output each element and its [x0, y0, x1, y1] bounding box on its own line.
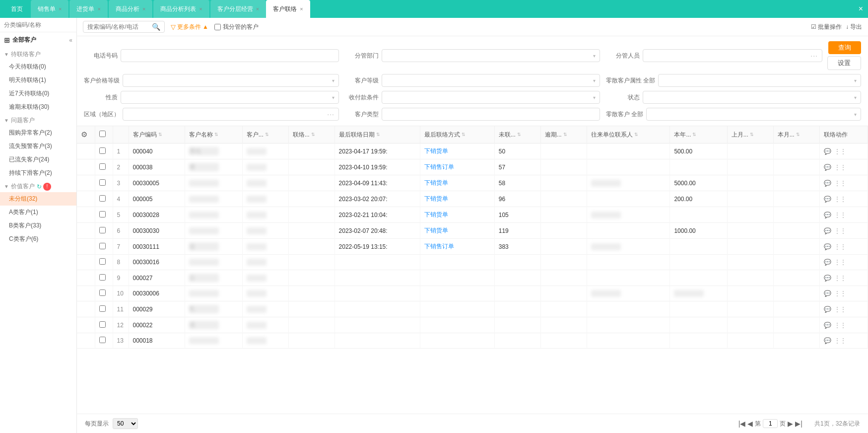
- sidebar-item-declining[interactable]: 持续下滑客户(2): [0, 166, 76, 180]
- contact-action-icon[interactable]: 💬: [824, 337, 831, 344]
- more-action-icon[interactable]: ⋮⋮: [834, 243, 846, 250]
- tab-customer-contact[interactable]: 客户联络 ×: [266, 0, 310, 18]
- row-checkbox[interactable]: [99, 321, 106, 328]
- sidebar-item-7days[interactable]: 近7天待联络(0): [0, 87, 76, 100]
- filter-scatter-customer-input[interactable]: ▾: [646, 108, 861, 121]
- more-action-icon[interactable]: ⋮⋮: [834, 322, 846, 329]
- col-this-year[interactable]: 本年... ⇅: [670, 126, 727, 144]
- contact-action-icon[interactable]: 💬: [824, 275, 831, 282]
- page-first-icon[interactable]: |◀: [738, 420, 746, 428]
- more-action-icon[interactable]: ⋮⋮: [834, 337, 846, 344]
- sort-icon-way[interactable]: ⇅: [462, 132, 466, 137]
- sort-icon-overdue[interactable]: ⇅: [563, 132, 567, 137]
- query-button[interactable]: 查询: [828, 41, 861, 54]
- sidebar-item-type-a[interactable]: A类客户(1): [0, 206, 76, 219]
- contact-action-icon[interactable]: 💬: [824, 164, 831, 171]
- row-checkbox[interactable]: [99, 147, 106, 154]
- export-button[interactable]: ↓ 导出: [846, 23, 862, 31]
- refresh-icon[interactable]: ↻: [37, 183, 42, 190]
- contact-action-icon[interactable]: 💬: [824, 196, 831, 203]
- filter-region-input[interactable]: ···: [123, 108, 339, 121]
- tab-customer-contact-close[interactable]: ×: [300, 6, 303, 12]
- page-number-input[interactable]: [763, 419, 778, 428]
- contact-action-icon[interactable]: 💬: [824, 259, 831, 266]
- sort-icon-code[interactable]: ⇅: [158, 132, 162, 137]
- close-all-button[interactable]: ×: [859, 4, 863, 13]
- col-intercompany[interactable]: 往来单位联系人 ⇅: [587, 126, 670, 144]
- more-action-icon[interactable]: ⋮⋮: [834, 259, 846, 266]
- contact-action-icon[interactable]: 💬: [824, 290, 831, 297]
- page-last-icon[interactable]: ▶|: [795, 420, 802, 428]
- sort-icon-thisyear[interactable]: ⇅: [692, 132, 696, 137]
- page-next-icon[interactable]: ▶: [788, 420, 793, 428]
- filter-payment-input[interactable]: ▾: [382, 91, 600, 104]
- more-action-icon[interactable]: ⋮⋮: [834, 164, 846, 171]
- col-last-contact-date[interactable]: 最后联络日期 ⇅: [334, 126, 420, 144]
- tab-purchase[interactable]: 进货单 ×: [69, 0, 107, 18]
- sidebar-item-ungrouped[interactable]: 未分组(32): [0, 192, 76, 206]
- page-prev-icon[interactable]: ◀: [747, 420, 753, 428]
- row-checkbox[interactable]: [99, 243, 106, 249]
- settings-icon[interactable]: ⚙: [81, 130, 87, 139]
- my-customers-checkbox[interactable]: 我分管的客户: [214, 23, 259, 31]
- col-settings[interactable]: ⚙: [77, 126, 95, 144]
- sort-icon-intercompany[interactable]: ⇅: [634, 132, 638, 137]
- sidebar-all-customers[interactable]: ⊞ 全部客户 «: [0, 32, 76, 48]
- filter-search-icon[interactable]: 🔍: [152, 23, 160, 31]
- row-checkbox[interactable]: [99, 305, 106, 312]
- row-checkbox[interactable]: [99, 337, 106, 343]
- col-last-month[interactable]: 上月... ⇅: [727, 126, 773, 144]
- col-uncontacted[interactable]: 未联... ⇅: [494, 126, 540, 144]
- filter-status-input[interactable]: ▾: [643, 91, 861, 104]
- tab-goods-analysis[interactable]: 商品分析 ×: [109, 0, 152, 18]
- sidebar-search-input[interactable]: [4, 21, 77, 28]
- select-all-checkbox[interactable]: [99, 131, 106, 137]
- col-type[interactable]: 客户... ⇅: [242, 126, 288, 144]
- tab-sales-close[interactable]: ×: [59, 6, 62, 12]
- row-last-contact-way-link[interactable]: 下销售订单: [424, 163, 454, 170]
- filter-phone-input[interactable]: [121, 49, 339, 62]
- contact-action-icon[interactable]: 💬: [824, 322, 831, 329]
- contact-action-icon[interactable]: 💬: [824, 212, 831, 218]
- sort-icon-thismonth[interactable]: ⇅: [796, 132, 800, 137]
- sort-icon-type[interactable]: ⇅: [265, 132, 269, 137]
- reset-button[interactable]: 设置: [827, 56, 861, 70]
- sort-icon-uncontacted[interactable]: ⇅: [517, 132, 521, 137]
- more-action-icon[interactable]: ⋮⋮: [834, 275, 846, 282]
- filter-price-level-input[interactable]: ▾: [123, 74, 339, 87]
- sidebar-item-overdue[interactable]: 逾期未联络(30): [0, 100, 76, 114]
- row-checkbox[interactable]: [99, 195, 106, 202]
- row-last-contact-way-link[interactable]: 下销货单: [424, 195, 448, 202]
- filter-scatter-attr-input[interactable]: ▾: [658, 74, 861, 87]
- col-last-contact-way[interactable]: 最后联络方式 ⇅: [420, 126, 494, 144]
- more-action-icon[interactable]: ⋮⋮: [834, 212, 846, 218]
- more-action-icon[interactable]: ⋮⋮: [834, 196, 846, 203]
- tab-goods-analysis-list[interactable]: 商品分析列表 ×: [153, 0, 209, 18]
- row-checkbox[interactable]: [99, 163, 106, 170]
- more-action-icon[interactable]: ⋮⋮: [834, 148, 846, 155]
- sidebar-item-type-c[interactable]: C类客户(6): [0, 232, 76, 246]
- row-checkbox[interactable]: [99, 289, 106, 296]
- contact-action-icon[interactable]: 💬: [824, 180, 831, 187]
- filter-customer-type-input[interactable]: [382, 108, 600, 121]
- sidebar-item-abnormal[interactable]: 囤购异常客户(2): [0, 126, 76, 140]
- tab-home[interactable]: 首页: [4, 0, 30, 18]
- filter-dept-input[interactable]: ▾: [382, 49, 600, 62]
- tab-goods-analysis-close[interactable]: ×: [142, 6, 145, 12]
- sort-icon-lastmonth[interactable]: ⇅: [750, 132, 754, 137]
- tab-sales[interactable]: 销售单 ×: [31, 0, 68, 18]
- batch-operation-button[interactable]: ☑ 批量操作: [811, 23, 842, 31]
- sidebar-item-type-b[interactable]: B类客户(33): [0, 219, 76, 232]
- sort-icon-name[interactable]: ⇅: [214, 132, 218, 137]
- filter-nature-input[interactable]: ▾: [121, 91, 339, 104]
- col-overdue[interactable]: 逾期... ⇅: [540, 126, 587, 144]
- col-this-month[interactable]: 本月... ⇅: [773, 126, 819, 144]
- more-action-icon[interactable]: ⋮⋮: [834, 290, 846, 297]
- row-checkbox[interactable]: [99, 227, 106, 233]
- row-checkbox[interactable]: [99, 211, 106, 217]
- contact-action-icon[interactable]: 💬: [824, 227, 831, 234]
- contact-action-icon[interactable]: 💬: [824, 243, 831, 250]
- row-last-contact-way-link[interactable]: 下销货单: [424, 227, 448, 234]
- col-checkbox-all[interactable]: [95, 126, 113, 144]
- tab-customer-tier-close[interactable]: ×: [256, 6, 259, 12]
